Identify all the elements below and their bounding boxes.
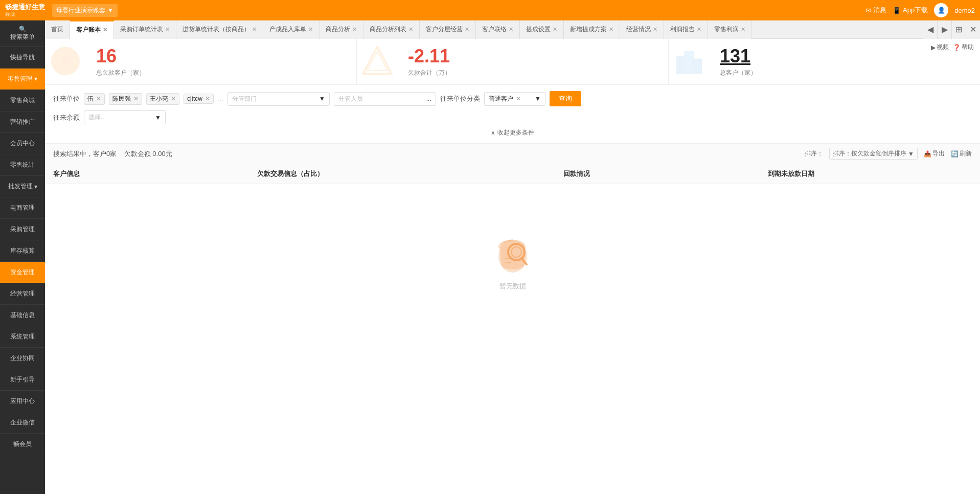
tab-customer-accounts[interactable]: 客户账本 ✕ xyxy=(70,20,114,39)
sidebar-item-nav[interactable]: 快捷导航 xyxy=(0,47,45,69)
close-icon[interactable]: ✕ xyxy=(252,26,257,33)
video-link[interactable]: ▶ 视频 xyxy=(931,43,949,52)
sidebar-item-retail-mall[interactable]: 零售商城 xyxy=(0,90,45,111)
stat-label-total-debt: 欠款合计（万） xyxy=(408,69,451,77)
filter-tag-unit3-remove[interactable]: ✕ xyxy=(171,95,176,102)
tab-add-raise-plan[interactable]: 新增提成方案 ✕ xyxy=(564,20,620,39)
table-col-debt-info: 欠款交易信息（占比） xyxy=(257,169,563,178)
tab-retail-profit-label: 零售利润 xyxy=(714,25,739,34)
close-icon[interactable]: ✕ xyxy=(308,26,313,33)
sidebar-item-label: 电商管理 xyxy=(10,204,35,211)
unit-category-selector[interactable]: 普通客户 ✕ ▼ xyxy=(484,92,545,106)
unit-category-tag-remove[interactable]: ✕ xyxy=(516,95,521,102)
stat-label-debt-customers: 总欠款客户（家） xyxy=(96,69,145,77)
help-link[interactable]: ❓ 帮助 xyxy=(953,43,974,52)
stat-value-total-debt: -2.11 xyxy=(408,46,451,66)
close-icon[interactable]: ✕ xyxy=(103,27,107,33)
sidebar-item-ops[interactable]: 经营管理 xyxy=(0,283,45,305)
stat-total-debt: -2.11 欠款合计（万） xyxy=(357,39,669,84)
sidebar-item-label: 畅会员 xyxy=(13,440,32,447)
tab-retail-profit[interactable]: 零售利润 ✕ xyxy=(708,20,752,39)
dept-selector[interactable]: 分管部门 ▼ xyxy=(227,92,330,106)
video-help: ▶ 视频 ❓ 帮助 xyxy=(931,43,974,52)
balance-selector[interactable]: 选择... ▼ xyxy=(84,110,166,124)
tabs-menu-btn[interactable]: ⊞ xyxy=(951,20,966,39)
sidebar-item-label: 零售统计 xyxy=(10,161,35,168)
close-icon[interactable]: ✕ xyxy=(697,26,701,33)
sidebar-item-capital[interactable]: 资金管理 xyxy=(0,262,45,283)
query-button[interactable]: 查询 xyxy=(550,91,581,106)
sidebar-item-system[interactable]: 系统管理 xyxy=(0,326,45,348)
tab-product-analysis-list[interactable]: 商品分析列表 ✕ xyxy=(363,20,420,39)
tab-profit-report[interactable]: 利润报告 ✕ xyxy=(664,20,708,39)
sidebar-search[interactable]: 🔍 搜索菜单 xyxy=(0,20,45,47)
sidebar-item-marketing[interactable]: 营销推广 xyxy=(0,111,45,133)
sidebar-item-basic-info[interactable]: 基础信息 xyxy=(0,305,45,326)
tab-inventory-stats[interactable]: 进货单统计表（按商品） ✕ xyxy=(176,20,263,39)
message-button[interactable]: ✉ 消息 xyxy=(865,6,886,15)
close-icon[interactable]: ✕ xyxy=(741,26,745,33)
tab-purchase-stats[interactable]: 采购订单统计表 ✕ xyxy=(114,20,176,39)
sidebar-item-wholesale[interactable]: 批发管理 ▾ xyxy=(0,176,45,197)
filter-tag-unit2-remove[interactable]: ✕ xyxy=(133,95,139,102)
sidebar-item-label: 零售管理 xyxy=(8,75,32,82)
tab-raise-settings[interactable]: 提成设置 ✕ xyxy=(520,20,564,39)
stats-banner: ▶ 视频 ❓ 帮助 ¥ 16 xyxy=(45,39,980,85)
tab-home-label: 首页 xyxy=(51,25,63,34)
unit-category-tag-text: 普通客户 xyxy=(489,95,513,103)
app-download-button[interactable]: 📱 App下载 xyxy=(893,6,928,15)
tab-customer-contact[interactable]: 客户联络 ✕ xyxy=(476,20,520,39)
sidebar-item-purchase[interactable]: 采购管理 xyxy=(0,219,45,240)
sidebar-item-inventory[interactable]: 库存核算 xyxy=(0,240,45,262)
close-icon[interactable]: ✕ xyxy=(609,26,613,33)
filter-tag-unit3-text: 王小亮 xyxy=(150,95,168,103)
close-icon[interactable]: ✕ xyxy=(352,26,357,33)
sidebar-item-label: 企业微信 xyxy=(10,419,35,426)
tab-ops-status[interactable]: 经营情况 ✕ xyxy=(620,20,664,39)
filter-row-2: 往来余额 选择... ▼ xyxy=(53,110,972,124)
store-selector[interactable]: 母婴行业演示账套 ▼ xyxy=(52,4,118,17)
close-icon[interactable]: ✕ xyxy=(653,26,657,33)
sidebar-item-retail-stats[interactable]: 零售统计 xyxy=(0,154,45,176)
sidebar-item-guide[interactable]: 新手引导 xyxy=(0,369,45,391)
close-icon[interactable]: ✕ xyxy=(165,26,170,33)
result-bar: 搜索结果中，客户0家 欠款金额 0.00元 排序： 排序：按欠款金额倒序排序 ▼… xyxy=(45,144,980,164)
person-selector[interactable]: 分管人员 ... xyxy=(334,92,436,106)
export-button[interactable]: 📤 导出 xyxy=(924,149,945,158)
tab-home[interactable]: 首页 xyxy=(45,20,70,39)
tabs-prev-btn[interactable]: ◀ xyxy=(923,20,937,39)
sort-selector[interactable]: 排序：按欠款金额倒序排序 ▼ xyxy=(829,148,918,160)
avatar[interactable]: 👤 xyxy=(934,3,948,17)
tab-product-analysis[interactable]: 商品分析 ✕ xyxy=(320,20,363,39)
sidebar-item-ecommerce[interactable]: 电商管理 xyxy=(0,197,45,219)
empty-state: 暂无数据 xyxy=(490,200,536,322)
refresh-label: 刷新 xyxy=(960,149,972,158)
video-icon: ▶ xyxy=(931,44,936,51)
sidebar-item-enterprise[interactable]: 企业协同 xyxy=(0,348,45,369)
empty-search-illustration xyxy=(490,231,536,277)
refresh-button[interactable]: 🔄 刷新 xyxy=(951,149,972,158)
filter-tag-unit1-remove[interactable]: ✕ xyxy=(96,95,101,102)
tabs-next-btn[interactable]: ▶ xyxy=(937,20,951,39)
sidebar-item-corp-wechat[interactable]: 企业微信 xyxy=(0,412,45,434)
tab-product-in[interactable]: 产成品入库单 ✕ xyxy=(263,20,320,39)
sidebar-item-retail-mgmt[interactable]: 零售管理 ▾ xyxy=(0,69,45,90)
sidebar-item-appcenter[interactable]: 应用中心 xyxy=(0,391,45,412)
close-icon[interactable]: ✕ xyxy=(465,26,469,33)
filter-tag-unit3: 王小亮 ✕ xyxy=(146,93,179,105)
collapse-button[interactable]: ∧ 收起更多条件 xyxy=(491,128,534,137)
close-icon[interactable]: ✕ xyxy=(509,26,513,33)
close-icon[interactable]: ✕ xyxy=(553,26,557,33)
sidebar-item-member[interactable]: 会员中心 xyxy=(0,133,45,154)
sidebar-item-vip[interactable]: 畅会员 xyxy=(0,434,45,455)
filter-more-units[interactable]: ... xyxy=(218,95,223,103)
filter-tag-unit2: 陈民强 ✕ xyxy=(109,93,142,105)
sidebar-item-label: 基础信息 xyxy=(10,311,35,319)
close-icon[interactable]: ✕ xyxy=(408,26,413,33)
tab-customer-accounts-label: 客户账本 xyxy=(76,26,101,34)
stat-value-total-customers: 131 xyxy=(720,46,757,66)
tabs-close-btn[interactable]: ✕ xyxy=(966,20,980,39)
filter-tag-unit4-remove[interactable]: ✕ xyxy=(205,95,210,102)
tab-customer-tier[interactable]: 客户分层经营 ✕ xyxy=(420,20,476,39)
chevron-down-icon: ▼ xyxy=(107,7,113,14)
